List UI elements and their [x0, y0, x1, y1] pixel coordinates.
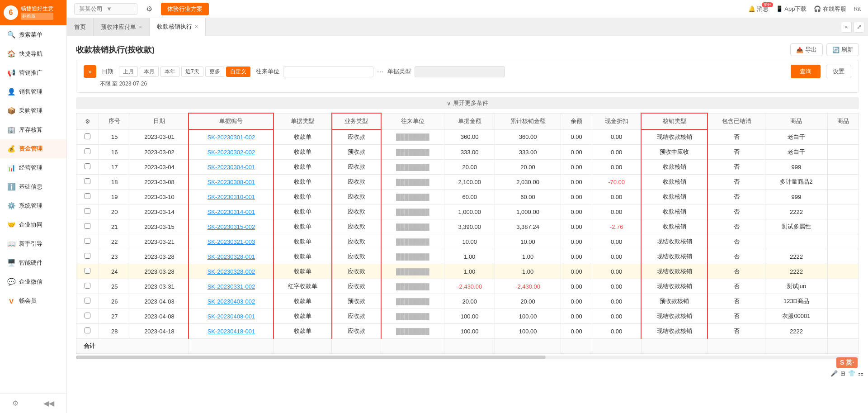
tab-home[interactable]: 首页: [67, 18, 94, 36]
mic-icon: 🎤: [830, 370, 838, 377]
table-scroll[interactable]: ⚙ 序号 日期 单据编号 单据类型 业务类型 往来单位 单据金额 累计核销金额 …: [76, 113, 859, 354]
td-checkbox[interactable]: [76, 249, 99, 264]
setting-button[interactable]: 设置: [826, 65, 851, 78]
maximize-tab-btn[interactable]: ⤢: [854, 22, 864, 33]
td-bill-no[interactable]: SK-20230331-002: [189, 279, 274, 294]
watermark-icons: 🎤 ⊞ 👕 ⚏: [830, 370, 863, 377]
app-download-link[interactable]: 📱 App下载: [776, 5, 807, 13]
sidebar-item-purchase[interactable]: 📦 采购管理: [0, 101, 66, 120]
td-checkbox[interactable]: [76, 145, 99, 160]
tab-actions: × ⤢: [841, 22, 868, 33]
filter-toggle-button[interactable]: »: [84, 65, 96, 78]
td-checkbox[interactable]: [76, 129, 99, 145]
online-service-link[interactable]: 🎧 在线客服: [814, 5, 846, 13]
td-bill-no[interactable]: SK-20230314-001: [189, 204, 274, 219]
gear-icon[interactable]: ⚙: [143, 3, 156, 15]
td-bill-no[interactable]: SK-20230301-002: [189, 129, 274, 145]
td-checkbox[interactable]: [76, 279, 99, 294]
td-date: 2023-04-08: [130, 309, 189, 324]
td-include-settled: 否: [708, 309, 765, 324]
sidebar-item-enterprise[interactable]: 🤝 企业协同: [0, 215, 66, 234]
export-label: 导出: [805, 46, 817, 54]
td-goods: 2222: [765, 249, 827, 264]
solution-button[interactable]: 体验行业方案: [161, 3, 209, 15]
td-checkbox[interactable]: [76, 309, 99, 324]
last-7-days-btn[interactable]: 近7天: [181, 66, 203, 77]
td-writeoff-amount: 60.00: [495, 190, 561, 204]
sidebar-item-hardware[interactable]: 🖥️ 智能硬件: [0, 253, 66, 272]
close-tab-btn[interactable]: ×: [841, 22, 852, 33]
voucher-type-select[interactable]: [415, 66, 505, 77]
tab-prepay[interactable]: 预收冲应付单 ×: [94, 18, 150, 36]
td-bill-no[interactable]: SK-20230310-001: [189, 190, 274, 204]
td-bill-type: 收款单: [274, 190, 331, 204]
th-date: 日期: [130, 113, 189, 129]
tab-collection[interactable]: 收款核销执行 ×: [150, 18, 206, 36]
td-checkbox[interactable]: [76, 190, 99, 204]
sidebar-item-system[interactable]: ⚙️ 系统管理: [0, 196, 66, 215]
td-bill-no[interactable]: SK-20230321-003: [189, 234, 274, 249]
td-bill-no[interactable]: SK-20230328-002: [189, 264, 274, 279]
table-row: 16 2023-03-02 SK-20230302-002 收款单 预收款 ██…: [76, 145, 859, 160]
tab-collection-close[interactable]: ×: [195, 24, 198, 30]
notification-bell[interactable]: 🔔 消息 99+: [748, 5, 769, 13]
th-settings[interactable]: ⚙: [76, 113, 99, 129]
export-button[interactable]: 📤 导出: [790, 43, 823, 56]
sidebar-item-search[interactable]: 🔍 搜索菜单: [0, 25, 66, 44]
this-year-btn[interactable]: 本年: [160, 66, 179, 77]
td-checkbox[interactable]: [76, 175, 99, 190]
last-month-btn[interactable]: 上月: [119, 66, 138, 77]
td-checkbox[interactable]: [76, 234, 99, 249]
sidebar-item-member[interactable]: V 畅会员: [0, 291, 66, 310]
table-header-row: ⚙ 序号 日期 单据编号 单据类型 业务类型 往来单位 单据金额 累计核销金额 …: [76, 113, 859, 129]
td-amount: 10.00: [444, 234, 495, 249]
scroll-thumb[interactable]: [76, 356, 546, 359]
more-filter-dots[interactable]: ···: [377, 67, 384, 76]
td-bill-no[interactable]: SK-20230418-001: [189, 324, 274, 339]
td-checkbox[interactable]: [76, 264, 99, 279]
sidebar-item-wechat[interactable]: 💬 企业微信: [0, 272, 66, 291]
refresh-button[interactable]: 🔄 刷新: [826, 43, 859, 56]
collapse-sidebar-btn[interactable]: ◀◀: [40, 397, 58, 409]
sidebar-item-inventory[interactable]: 🏢 库存核算: [0, 120, 66, 139]
td-seq: 20: [99, 204, 130, 219]
sidebar-item-operations[interactable]: 📊 经营管理: [0, 158, 66, 177]
tab-prepay-close[interactable]: ×: [139, 24, 142, 30]
sidebar-item-quicknav[interactable]: 🏠 快捷导航: [0, 44, 66, 63]
td-bill-no[interactable]: SK-20230315-002: [189, 219, 274, 234]
td-bill-no[interactable]: SK-20230403-002: [189, 294, 274, 309]
td-customer: ████████: [381, 160, 444, 175]
td-goods: 测试多属性: [765, 219, 827, 234]
custom-date-btn[interactable]: 自定义: [226, 66, 250, 77]
td-goods2: [827, 175, 859, 190]
horizontal-scrollbar[interactable]: [76, 356, 859, 359]
sidebar-item-finance[interactable]: 💰 资金管理: [0, 139, 66, 158]
sidebar-item-guide[interactable]: 📖 新手引导: [0, 234, 66, 253]
sidebar-item-sales[interactable]: 👤 销售管理: [0, 82, 66, 101]
td-seq: 17: [99, 160, 130, 175]
company-selector[interactable]: 某某公司 ▼: [74, 3, 137, 15]
more-date-btn[interactable]: 更多: [205, 66, 224, 77]
sidebar-item-basics[interactable]: ℹ️ 基础信息: [0, 177, 66, 196]
td-checkbox[interactable]: [76, 324, 99, 339]
td-checkbox[interactable]: [76, 219, 99, 234]
column-settings-icon[interactable]: ⚙: [85, 118, 90, 125]
td-bill-no[interactable]: SK-20230308-001: [189, 175, 274, 190]
settings-bottom-icon[interactable]: ⚙: [9, 397, 22, 409]
expand-more-btn[interactable]: ∨ 展开更多条件: [76, 97, 859, 109]
td-checkbox[interactable]: [76, 204, 99, 219]
td-bill-no[interactable]: SK-20230304-001: [189, 160, 274, 175]
sidebar-item-marketing[interactable]: 📢 营销推广: [0, 63, 66, 82]
td-bill-no[interactable]: SK-20230408-001: [189, 309, 274, 324]
query-button[interactable]: 查询: [791, 65, 821, 78]
sales-icon: 👤: [7, 88, 15, 96]
td-checkbox[interactable]: [76, 294, 99, 309]
td-bill-no[interactable]: SK-20230302-002: [189, 145, 274, 160]
td-biz-type: 应收款: [332, 204, 381, 219]
customer-filter-input[interactable]: [283, 66, 373, 77]
this-month-btn[interactable]: 本月: [140, 66, 159, 77]
refresh-icon: 🔄: [832, 47, 840, 53]
td-bill-no[interactable]: SK-20230328-001: [189, 249, 274, 264]
td-writeoff-type: 收款核销: [641, 175, 708, 190]
td-checkbox[interactable]: [76, 160, 99, 175]
